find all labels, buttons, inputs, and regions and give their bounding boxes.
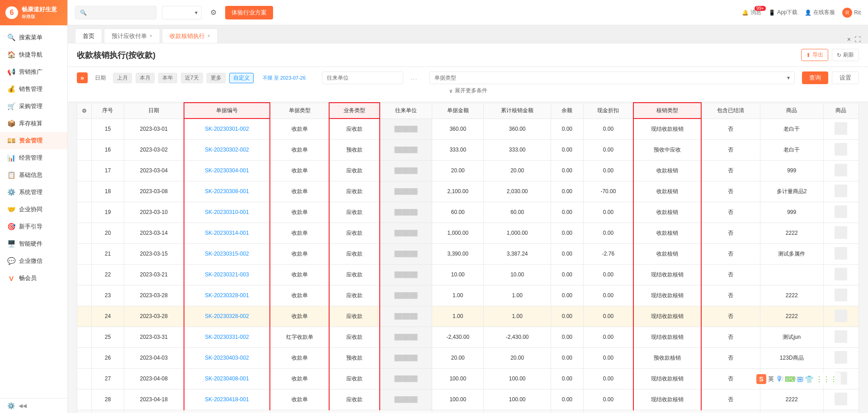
td-doc-no[interactable]: SK-20230301-002 xyxy=(184,119,270,139)
window-expand-btn[interactable]: ⛶ xyxy=(854,36,861,43)
td-doc-no[interactable]: SK-20230403-002 xyxy=(184,347,270,368)
td-doc-no-link[interactable]: SK-20230408-001 xyxy=(205,375,249,382)
date-label: 日期 xyxy=(95,74,106,82)
tab-payable[interactable]: 预计应收付单 × xyxy=(104,28,160,43)
table-row[interactable]: 272023-04-08SK-20230408-001收款单应收款██████1… xyxy=(77,368,859,389)
td-doc-no[interactable]: SK-20230321-003 xyxy=(184,264,270,285)
td-doc-no[interactable]: SK-20230314-001 xyxy=(184,223,270,243)
th-gear[interactable]: ⚙ xyxy=(77,103,92,119)
page-content: 收款核销执行(按收款) ⬆ 导出 ↻ 刷新 » 日期 上月 xyxy=(68,43,868,413)
td-include-settled: 否 xyxy=(701,306,760,327)
window-close-btn[interactable]: × xyxy=(847,36,851,43)
filter-settings-btn[interactable]: 设置 xyxy=(832,71,859,84)
partner-input[interactable]: 往来单位 xyxy=(322,71,403,84)
doc-type-select[interactable]: 单据类型 ▾ xyxy=(429,71,795,84)
date-custom[interactable]: 自定义 xyxy=(229,73,254,83)
sidebar-item-inventory[interactable]: 📦 库存核算 xyxy=(0,115,67,132)
notification-btn[interactable]: 🔔 消息 99+ xyxy=(742,9,761,16)
td-doc-no-link[interactable]: SK-20230304-001 xyxy=(205,167,249,174)
sidebar-settings-btn[interactable]: ⚙️ xyxy=(7,402,15,409)
date-last-month[interactable]: 上月 xyxy=(113,73,132,83)
td-doc-no-link[interactable]: SK-20230302-002 xyxy=(205,147,249,153)
date-7days[interactable]: 近7天 xyxy=(181,73,203,83)
online-service-btn[interactable]: 👤 在线客服 xyxy=(805,9,835,16)
sidebar-item-finance[interactable]: 💴 资金管理 xyxy=(0,132,67,149)
td-doc-no-link[interactable]: SK-20230328-001 xyxy=(205,292,249,299)
td-doc-no[interactable]: SK-20230328-001 xyxy=(184,285,270,306)
td-doc-no-link[interactable]: SK-20230321-003 xyxy=(205,271,249,278)
sidebar-item-operation[interactable]: 📊 经营管理 xyxy=(0,149,67,166)
tab-home[interactable]: 首页 xyxy=(75,28,102,43)
table-row[interactable]: 172023-03-04SK-20230304-001收款单应收款██████2… xyxy=(77,160,859,181)
sidebar-item-basic[interactable]: 📋 基础信息 xyxy=(0,166,67,184)
td-doc-no[interactable]: SK-20230308-001 xyxy=(184,181,270,202)
sidebar-item-marketing[interactable]: 📢 营销推广 xyxy=(0,63,67,81)
app-download-btn[interactable]: 📱 App下载 xyxy=(769,9,797,16)
td-doc-no[interactable]: SK-20230331-002 xyxy=(184,327,270,347)
table-row[interactable]: 212023-03-15SK-20230315-002收款单应收款██████3… xyxy=(77,243,859,264)
table-row[interactable]: 282023-04-18SK-20230418-001收款单应收款██████1… xyxy=(77,389,859,410)
date-this-year[interactable]: 本年 xyxy=(158,73,177,83)
td-doc-no-link[interactable]: SK-20230308-001 xyxy=(205,188,249,195)
td-doc-no[interactable]: SK-20230418-001 xyxy=(184,389,270,410)
sidebar-item-shortcut[interactable]: 🏠 快捷导航 xyxy=(0,46,67,63)
topbar: 🔍 ▾ ⚙ 体验行业方案 🔔 消息 99+ 📱 App下载 👤 在线客服 xyxy=(68,0,868,25)
date-more[interactable]: 更多 xyxy=(207,73,226,83)
td-doc-no[interactable]: SK-20230310-001 xyxy=(184,202,270,223)
td-doc-no[interactable]: SK-20230328-002 xyxy=(184,306,270,327)
topbar-gear-btn[interactable]: ⚙ xyxy=(207,6,220,19)
expand-conditions-btn[interactable]: ∨ 展开更多条件 xyxy=(449,87,487,95)
td-doc-amount: 3,390.00 xyxy=(432,243,484,264)
date-this-month[interactable]: 本月 xyxy=(136,73,155,83)
td-doc-no[interactable]: SK-20230408-001 xyxy=(184,368,270,389)
filter-toggle-btn[interactable]: » xyxy=(77,72,88,83)
sidebar-item-enterprise[interactable]: 🤝 企业协同 xyxy=(0,201,67,218)
table-row[interactable]: 242023-03-28SK-20230328-002收款单应收款██████1… xyxy=(77,306,859,327)
sidebar-item-sales[interactable]: 💰 销售管理 xyxy=(0,81,67,98)
sidebar-item-search[interactable]: 🔍 搜索菜单 xyxy=(0,29,67,46)
sidebar-item-wechat[interactable]: 💬 企业微信 xyxy=(0,252,67,270)
td-doc-no-link[interactable]: SK-20230315-002 xyxy=(205,251,249,257)
refresh-btn[interactable]: ↻ 刷新 xyxy=(832,49,859,61)
td-partner: ██████ xyxy=(380,223,432,243)
sidebar-item-purchase[interactable]: 🛒 采购管理 xyxy=(0,98,67,115)
table-row[interactable]: 162023-03-02SK-20230302-002收款单预收款██████3… xyxy=(77,139,859,160)
query-btn[interactable]: 查询 xyxy=(802,71,828,84)
td-doc-no-link[interactable]: SK-20230314-001 xyxy=(205,230,249,236)
td-doc-no-link[interactable]: SK-20230328-002 xyxy=(205,313,249,319)
table-row[interactable]: 232023-03-28SK-20230328-001收款单应收款██████1… xyxy=(77,285,859,306)
td-gear xyxy=(77,243,92,264)
sidebar-item-vip[interactable]: V 畅会员 xyxy=(0,270,67,287)
topbar-dropdown[interactable]: ▾ xyxy=(162,6,202,19)
sidebar-collapse-btn[interactable]: ◀◀ xyxy=(19,403,27,409)
vip-icon: V xyxy=(7,274,15,282)
td-doc-no-link[interactable]: SK-20230403-002 xyxy=(205,355,249,361)
tab-payable-close[interactable]: × xyxy=(150,33,152,38)
table-row[interactable]: 202023-03-14SK-20230314-001收款单应收款██████1… xyxy=(77,223,859,243)
td-doc-no-link[interactable]: SK-20230310-001 xyxy=(205,209,249,215)
td-doc-no-link[interactable]: SK-20230301-002 xyxy=(205,126,249,132)
tab-receipt-writeoff[interactable]: 收款核销执行 × xyxy=(162,28,218,43)
industry-btn[interactable]: 体验行业方案 xyxy=(225,6,273,19)
sidebar-item-system[interactable]: ⚙️ 系统管理 xyxy=(0,184,67,201)
table-row[interactable]: 262023-04-03SK-20230403-002收款单预收款██████2… xyxy=(77,347,859,368)
export-btn[interactable]: ⬆ 导出 xyxy=(801,49,828,61)
td-doc-no-link[interactable]: SK-20230331-002 xyxy=(205,334,249,340)
td-doc-no-link[interactable]: SK-20230418-001 xyxy=(205,396,249,403)
td-doc-no[interactable]: SK-20230315-002 xyxy=(184,243,270,264)
user-menu[interactable]: R Rit xyxy=(842,8,861,18)
sidebar-item-hardware[interactable]: 🖥️ 智能硬件 xyxy=(0,235,67,252)
topbar-search[interactable]: 🔍 xyxy=(75,6,156,19)
td-product2 xyxy=(823,139,859,160)
td-partner: ██████ xyxy=(380,306,432,327)
table-row[interactable]: 192023-03-10SK-20230310-001收款单应收款██████6… xyxy=(77,202,859,223)
table-row[interactable]: 182023-03-08SK-20230308-001收款单应收款██████2… xyxy=(77,181,859,202)
td-doc-no[interactable]: SK-20230304-001 xyxy=(184,160,270,181)
table-row[interactable]: 252023-03-31SK-20230331-002红字收款单应收款█████… xyxy=(77,327,859,347)
td-doc-no[interactable]: SK-20230302-002 xyxy=(184,139,270,160)
tab-receipt-close[interactable]: × xyxy=(208,33,210,38)
sidebar-item-guide[interactable]: 🎯 新手引导 xyxy=(0,218,67,235)
table-row[interactable]: 152023-03-01SK-20230301-002收款单应收款██████3… xyxy=(77,119,859,139)
table-row[interactable]: 222023-03-21SK-20230321-003收款单应收款██████1… xyxy=(77,264,859,285)
td-seq: 15 xyxy=(92,119,124,139)
